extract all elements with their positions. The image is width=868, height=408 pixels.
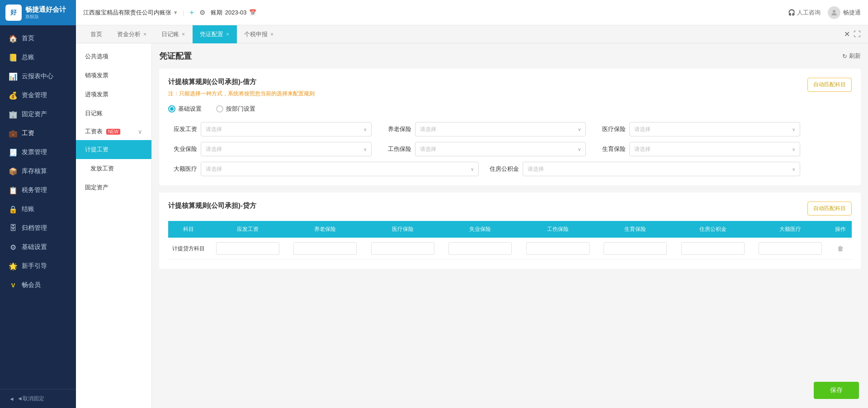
user-menu[interactable]: 畅捷通 xyxy=(828,6,861,19)
sidebar-item-close[interactable]: 🔒 结账 xyxy=(0,200,76,219)
cell-ops: 🗑 xyxy=(829,238,852,260)
sidebar-item-ledger[interactable]: 📒 总账 xyxy=(0,48,76,67)
label-gongshang: 工伤保险 xyxy=(382,145,411,153)
tab-capital[interactable]: 资金分析 × xyxy=(110,25,154,43)
input-zhufang-credit[interactable] xyxy=(681,242,745,255)
sidebar-navigation: 🏠 首页 📒 总账 📊 云报表中心 💰 资金管理 🏢 固定资产 💼 工资 🧾 发… xyxy=(0,25,76,389)
table-row: 计提贷方科目 🗑 xyxy=(168,238,852,260)
select-yingfa[interactable]: 请选择 ∨ xyxy=(201,122,372,136)
service-button[interactable]: 🎧 人工咨询 xyxy=(788,9,821,17)
invoice-icon: 🧾 xyxy=(9,148,17,156)
col-header-shengyu: 生育保险 xyxy=(597,221,675,238)
field-yingfa-gongzi: 应发工资 请选择 ∨ xyxy=(168,122,372,136)
select-yanglao[interactable]: 请选择 ∨ xyxy=(415,122,586,136)
label-dae: 大额医疗 xyxy=(168,165,197,173)
tab-close-journal[interactable]: × xyxy=(182,31,185,38)
col-header-yanglao: 养老保险 xyxy=(287,221,364,238)
form-grid-row2: 失业保险 请选择 ∨ 工伤保险 请选择 ∨ xyxy=(168,142,800,156)
tab-close-capital[interactable]: × xyxy=(143,31,146,38)
auto-match-debit-button[interactable]: 自动匹配科目 xyxy=(807,78,852,92)
label-yingfa: 应发工资 xyxy=(168,125,197,133)
select-shengyu[interactable]: 请选择 ∨ xyxy=(629,142,800,156)
input-yiliao-credit[interactable] xyxy=(371,242,434,255)
select-gongshang[interactable]: 请选择 ∨ xyxy=(415,142,586,156)
col-header-kemu: 科目 xyxy=(168,221,209,238)
label-shengyu: 生育保险 xyxy=(597,145,626,153)
col-header-dae: 大额医疗 xyxy=(752,221,830,238)
sidebar-item-archive[interactable]: 🗄 归档管理 xyxy=(0,219,76,238)
sidebar-item-salary[interactable]: 💼 工资 xyxy=(0,124,76,143)
tab-close-voucher[interactable]: × xyxy=(226,31,229,38)
content-area: 凭证配置 ↻ 刷新 计提核算规则(公司承担)-借方 注：只能选择一种方式，系统将… xyxy=(152,43,868,408)
save-button[interactable]: 保存 xyxy=(814,382,859,399)
sidebar-item-invoice[interactable]: 🧾 发票管理 xyxy=(0,143,76,162)
left-nav-wage-pay[interactable]: 发放工资 xyxy=(76,159,151,178)
input-shiye-credit[interactable] xyxy=(448,242,512,255)
tab-journal[interactable]: 日记账 × xyxy=(154,25,193,43)
sidebar-item-home[interactable]: 🏠 首页 xyxy=(0,29,76,48)
left-nav-fixed-assets[interactable]: 固定资产 xyxy=(76,178,151,197)
vip-icon: V xyxy=(9,281,17,289)
tabbar: 首页 资金分析 × 日记账 × 凭证配置 × 个税申报 × ✕ ⛶ xyxy=(76,25,868,43)
radio-dept-setting[interactable]: 按部门设置 xyxy=(216,105,255,113)
select-arrow-shengyu: ∨ xyxy=(792,147,795,152)
input-gongshang-credit[interactable] xyxy=(526,242,590,255)
left-nav-sales[interactable]: 销项发票 xyxy=(76,66,151,85)
label-shiye: 失业保险 xyxy=(168,145,197,153)
left-nav-journal[interactable]: 日记账 xyxy=(76,104,151,123)
col-header-ops: 操作 xyxy=(829,221,852,238)
period-value: 2023-03 xyxy=(225,9,247,16)
sidebar-item-assets[interactable]: 🏢 固定资产 xyxy=(0,105,76,124)
select-zhufang[interactable]: 请选择 ∨ xyxy=(523,162,800,176)
sidebar-item-capital[interactable]: 💰 资金管理 xyxy=(0,86,76,105)
add-account-button[interactable]: + xyxy=(189,9,193,17)
topbar: 江西服宝精品有限责任公司内账张 ▾ | + ⚙ 账期 2023-03 📅 🎧 人… xyxy=(76,0,868,25)
select-yiliao[interactable]: 请选择 ∨ xyxy=(629,122,800,136)
sidebar-item-report[interactable]: 📊 云报表中心 xyxy=(0,67,76,86)
select-shiye[interactable]: 请选择 ∨ xyxy=(201,142,372,156)
left-nav-wage-table[interactable]: 工资表 NEW ∨ xyxy=(76,123,151,140)
tab-close-tax[interactable]: × xyxy=(270,31,274,38)
input-dae-credit[interactable] xyxy=(759,242,822,255)
tab-tax[interactable]: 个税申报 × xyxy=(237,25,281,43)
sidebar-item-tax[interactable]: 📋 税务管理 xyxy=(0,181,76,200)
expand-tab-button[interactable]: ⛶ xyxy=(854,30,861,38)
sidebar-item-settings[interactable]: ⚙ 基础设置 xyxy=(0,238,76,257)
capital-icon: 💰 xyxy=(9,91,17,99)
page-header: 凭证配置 ↻ 刷新 xyxy=(159,51,861,61)
col-header-gongshang: 工伤保险 xyxy=(519,221,597,238)
left-nav-wage-calc[interactable]: 计提工资 xyxy=(76,140,151,159)
label-zhufang: 住房公积金 xyxy=(490,165,519,173)
section1-title: 计提核算规则(公司承担)-借方 xyxy=(168,78,800,86)
select-dae[interactable]: 请选择 ∨ xyxy=(201,162,479,176)
input-shengyu-credit[interactable] xyxy=(604,242,667,255)
sidebar-item-guide[interactable]: 🌟 新手引导 xyxy=(0,257,76,276)
left-nav-public[interactable]: 公共选项 xyxy=(76,47,151,66)
period-selector[interactable]: 账期 2023-03 📅 xyxy=(211,9,257,17)
company-selector[interactable]: 江西服宝精品有限责任公司内账张 ▾ xyxy=(83,9,177,17)
radio-basic-setting[interactable]: 基础设置 xyxy=(168,105,202,113)
delete-row-button[interactable]: 🗑 xyxy=(837,245,844,252)
auto-match-credit-button[interactable]: 自动匹配科目 xyxy=(807,202,852,216)
sidebar-item-vip[interactable]: V 畅会员 xyxy=(0,276,76,295)
company-name: 江西服宝精品有限责任公司内账张 xyxy=(83,9,171,17)
cancel-pin-button[interactable]: ◄ ◄取消固定 xyxy=(0,389,76,408)
sidebar-item-inventory[interactable]: 📦 库存核算 xyxy=(0,162,76,181)
tab-home[interactable]: 首页 xyxy=(83,25,110,43)
refresh-button[interactable]: ↻ 刷新 xyxy=(842,52,861,60)
field-yanglao: 养老保险 请选择 ∨ xyxy=(382,122,586,136)
tabbar-actions: ✕ ⛶ xyxy=(844,30,861,38)
headset-icon: 🎧 xyxy=(788,9,795,16)
close-tab-button[interactable]: ✕ xyxy=(844,30,850,38)
cell-yingfa xyxy=(209,238,287,260)
left-nav-purchase[interactable]: 进项发票 xyxy=(76,85,151,104)
radio-basic-indicator xyxy=(168,105,175,113)
settings-button[interactable]: ⚙ xyxy=(199,9,205,17)
tab-voucher[interactable]: 凭证配置 × xyxy=(193,25,237,43)
calendar-icon: 📅 xyxy=(249,9,256,16)
form-grid-row3: 大额医疗 请选择 ∨ 住房公积金 请选择 ∨ xyxy=(168,162,800,176)
input-yanglao-credit[interactable] xyxy=(293,242,357,255)
input-yingfa-credit[interactable] xyxy=(216,242,279,255)
select-arrow-zhufang: ∨ xyxy=(792,167,795,172)
section1-notice: 注：只能选择一种方式，系统将按照您当前的选择来配置规则 xyxy=(168,90,800,98)
